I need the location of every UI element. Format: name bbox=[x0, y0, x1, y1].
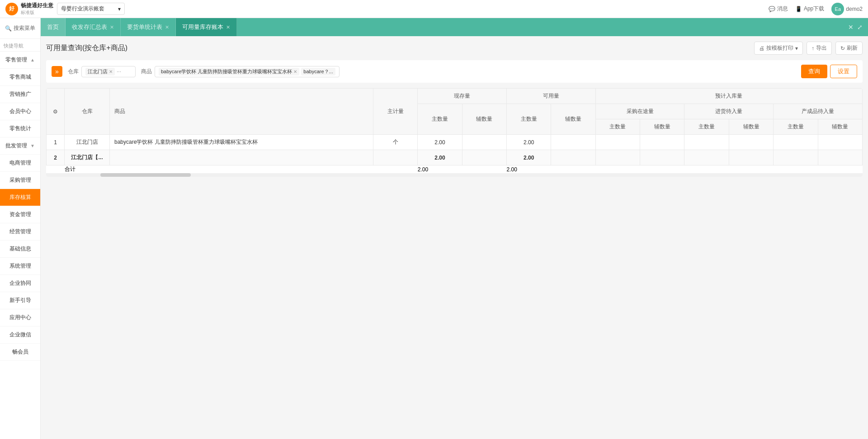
subtotal-row: 2 江北门店【... 2.00 2.00 bbox=[47, 150, 863, 165]
search-icon: 🔍 bbox=[5, 25, 12, 32]
product-filter-field: 商品 babycare学饮杯 儿童防摔防撞吸管杯重力球吸嘴杯宝宝水杯 ✕ bab… bbox=[141, 66, 340, 77]
th-stock: 现存量 bbox=[418, 89, 507, 104]
th-inbound-pending: 进货待入量 bbox=[684, 104, 774, 119]
sidebar-item-basic-info[interactable]: 基础信息 bbox=[0, 241, 40, 258]
sidebar-item-operations[interactable]: 经营管理 bbox=[0, 223, 40, 241]
subtotal-available-main: 2.00 bbox=[506, 150, 551, 165]
export-button[interactable]: ↑ 导出 bbox=[807, 42, 832, 55]
cell-unit: 个 bbox=[373, 135, 417, 150]
refresh-button[interactable]: ↻ 刷新 bbox=[835, 42, 863, 55]
th-finished-pending: 产成品待入量 bbox=[774, 104, 863, 119]
user-action[interactable]: Ea demo2 bbox=[831, 3, 863, 15]
tab-collect-summary[interactable]: 收发存汇总表 ✕ bbox=[66, 18, 121, 36]
sidebar-item-marketing[interactable]: 营销推广 bbox=[0, 86, 40, 103]
sidebar-item-inventory[interactable]: 库存核算 bbox=[0, 189, 40, 206]
th-settings[interactable]: ⚙ bbox=[47, 89, 65, 135]
sidebar-item-enterprise-wechat[interactable]: 企业微信 bbox=[0, 326, 40, 344]
top-bar: 好 畅捷通好生意 标准版 母婴行业演示账套 ▾ 💬 消息 📱 App下载 Ea … bbox=[0, 0, 868, 18]
tab-close-collect-summary[interactable]: ✕ bbox=[110, 24, 114, 30]
total-label: 合计 bbox=[65, 165, 110, 174]
sidebar-item-member-center[interactable]: 会员中心 bbox=[0, 103, 40, 120]
sidebar-item-new-guide[interactable]: 新手引导 bbox=[0, 292, 40, 309]
total-available-aux bbox=[551, 165, 595, 174]
cell-ip-aux bbox=[729, 135, 773, 150]
app-download-action[interactable]: 📱 App下载 bbox=[795, 5, 824, 13]
export-icon: ↑ bbox=[811, 45, 814, 52]
sidebar-item-member[interactable]: 畅会员 bbox=[0, 344, 40, 361]
tab-close-available-inventory[interactable]: ✕ bbox=[226, 24, 230, 30]
scroll-bar-thumb[interactable] bbox=[100, 173, 191, 177]
sidebar-item-retail-mall[interactable]: 零售商城 bbox=[0, 69, 40, 86]
expand-icon[interactable]: ⤢ bbox=[857, 24, 863, 31]
product-tag-1-close[interactable]: ✕ bbox=[293, 69, 297, 74]
subtotal-unit bbox=[373, 150, 417, 165]
cell-pt-aux bbox=[640, 135, 684, 150]
page-actions: 🖨 按模板打印 ▾ ↑ 导出 ↻ 刷新 bbox=[754, 42, 863, 55]
product-filter-input[interactable]: babycare学饮杯 儿童防摔防撞吸管杯重力球吸嘴杯宝宝水杯 ✕ babyca… bbox=[155, 66, 340, 77]
export-label: 导出 bbox=[816, 44, 827, 52]
sidebar-item-app-center[interactable]: 应用中心 bbox=[0, 309, 40, 326]
sidebar-item-finance[interactable]: 资金管理 bbox=[0, 206, 40, 223]
cell-no: 1 bbox=[47, 135, 65, 150]
sidebar-item-enterprise-collab[interactable]: 企业协同 bbox=[0, 275, 40, 292]
cell-product: babycare学饮杯 儿童防摔防撞吸管杯重力球吸嘴杯宝宝水杯 bbox=[110, 135, 373, 150]
total-stock-aux bbox=[462, 165, 506, 174]
scroll-bar-area[interactable] bbox=[46, 173, 863, 177]
th-fp-aux: 辅数量 bbox=[818, 119, 862, 135]
tab-home[interactable]: 首页 bbox=[41, 18, 66, 36]
collect-summary-label: 收发存汇总表 bbox=[72, 23, 107, 31]
product-tag-1: babycare学饮杯 儿童防摔防撞吸管杯重力球吸嘴杯宝宝水杯 ✕ bbox=[159, 68, 299, 76]
message-icon: 💬 bbox=[769, 6, 775, 12]
th-ip-main: 主数量 bbox=[684, 119, 729, 135]
total-pt-main bbox=[595, 165, 640, 174]
sidebar-item-system-mgmt[interactable]: 系统管理 bbox=[0, 258, 40, 275]
sidebar-item-retail-stats[interactable]: 零售统计 bbox=[0, 120, 40, 137]
sidebar-item-purchase-mgmt[interactable]: 采购管理 bbox=[0, 172, 40, 189]
sidebar-item-retail-mgmt[interactable]: 零售管理 ▲ bbox=[0, 52, 40, 69]
cell-stock-main: 2.00 bbox=[418, 135, 462, 150]
phone-icon: 📱 bbox=[795, 6, 802, 12]
subtotal-fp-main bbox=[774, 150, 818, 165]
th-purchase-transit: 采购在途量 bbox=[595, 104, 684, 119]
total-fp-aux bbox=[818, 165, 862, 174]
th-warehouse: 仓库 bbox=[65, 89, 110, 135]
subtotal-stock-aux bbox=[462, 150, 506, 165]
home-tab-label: 首页 bbox=[47, 23, 59, 31]
cell-stock-aux bbox=[462, 135, 506, 150]
logo-area: 好 畅捷通好生意 标准版 bbox=[5, 2, 53, 16]
main-layout: 🔍 搜索菜单 快捷导航 零售管理 ▲ 零售商城 营销推广 会员中心 零售统计 批… bbox=[0, 18, 868, 439]
page-content: 可用量查询(按仓库+商品) 🖨 按模板打印 ▾ ↑ 导出 ↻ 刷新 bbox=[41, 36, 868, 439]
org-selector[interactable]: 母婴行业演示账套 ▾ bbox=[57, 3, 125, 15]
subtotal-no: 2 bbox=[47, 150, 65, 165]
user-name: demo2 bbox=[846, 6, 863, 12]
total-available-main: 2.00 bbox=[506, 165, 551, 174]
message-action[interactable]: 💬 消息 bbox=[769, 5, 788, 13]
page-title: 可用量查询(按仓库+商品) bbox=[46, 43, 127, 53]
total-fp-main bbox=[774, 165, 818, 174]
tab-order-stats[interactable]: 要货单统计表 ✕ bbox=[121, 18, 176, 36]
close-all-icon[interactable]: ✕ bbox=[848, 24, 854, 31]
logo-icon: 好 bbox=[5, 3, 18, 15]
search-menu-button[interactable]: 🔍 搜索菜单 bbox=[4, 22, 37, 35]
warehouse-filter-input[interactable]: 江北门店 ✕ ··· bbox=[81, 66, 136, 77]
sidebar-item-wholesale-mgmt[interactable]: 批发管理 ▼ bbox=[0, 137, 40, 155]
warehouse-tag-close[interactable]: ✕ bbox=[109, 69, 113, 74]
query-button[interactable]: 查询 bbox=[801, 65, 827, 78]
filter-toggle-button[interactable]: » bbox=[52, 66, 62, 77]
cell-available-aux bbox=[551, 135, 595, 150]
warehouse-tag: 江北门店 ✕ bbox=[85, 68, 115, 76]
data-table: ⚙ 仓库 商品 主计量 现存量 可用量 预计入库量 主数量 辅数量 bbox=[46, 88, 863, 173]
settings-icon[interactable]: ⚙ bbox=[53, 109, 58, 115]
warehouse-tag-text: 江北门店 bbox=[88, 68, 108, 75]
subtotal-warehouse: 江北门店【... bbox=[65, 150, 110, 165]
tab-close-order-stats[interactable]: ✕ bbox=[165, 24, 169, 30]
th-pt-aux: 辅数量 bbox=[640, 119, 684, 135]
sidebar-item-ecommerce[interactable]: 电商管理 bbox=[0, 155, 40, 172]
th-fp-main: 主数量 bbox=[774, 119, 818, 135]
warehouse-ellipsis[interactable]: ··· bbox=[117, 68, 121, 75]
tab-available-inventory[interactable]: 可用量库存账本 ✕ bbox=[176, 18, 237, 36]
settings-button[interactable]: 设置 bbox=[830, 65, 857, 78]
tab-bar: 首页 收发存汇总表 ✕ 要货单统计表 ✕ 可用量库存账本 ✕ ✕ ⤢ bbox=[41, 18, 868, 36]
print-button[interactable]: 🖨 按模板打印 ▾ bbox=[754, 42, 803, 55]
product-filter-label: 商品 bbox=[141, 68, 152, 76]
